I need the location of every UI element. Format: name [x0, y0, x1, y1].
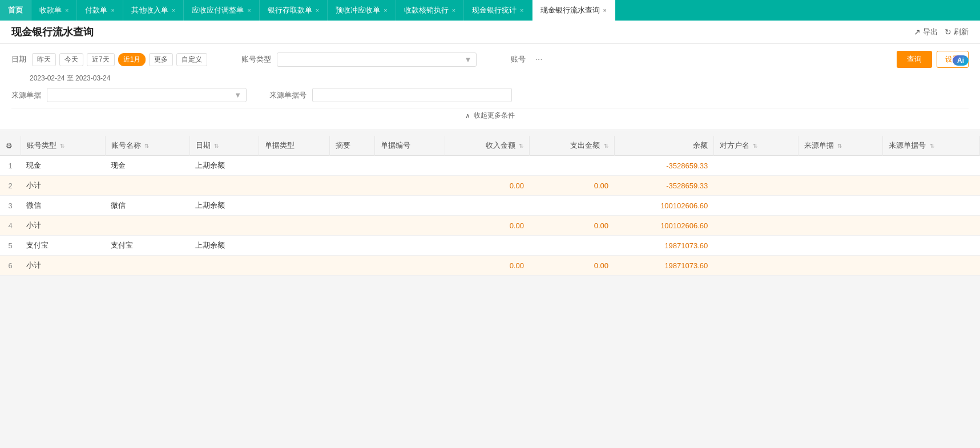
th-date[interactable]: 日期 ⇅ — [189, 136, 259, 156]
cell-doc-type — [259, 256, 329, 276]
nav-tab-6[interactable]: 预收冲应收单 × — [328, 0, 396, 21]
close-icon[interactable]: × — [316, 7, 319, 14]
nav-tab-label: 付款单 — [85, 5, 107, 15]
th-account-name[interactable]: 账号名称 ⇅ — [105, 136, 189, 156]
cell-expense: 0.00 — [530, 256, 614, 276]
nav-tab-7[interactable]: 收款核销执行 × — [396, 0, 464, 21]
nav-home-label: 首页 — [8, 5, 23, 15]
cell-income — [445, 196, 530, 216]
cell-expense — [530, 156, 614, 176]
cell-counterpart — [713, 196, 798, 216]
export-label: 导出 — [923, 27, 938, 37]
nav-tab-active[interactable]: 现金银行流水查询 × — [533, 0, 615, 21]
th-account-type[interactable]: 账号类型 ⇅ — [21, 136, 105, 156]
table-header-row: ⚙ 账号类型 ⇅ 账号名称 ⇅ 日期 ⇅ 单据类型 摘要 — [0, 136, 980, 156]
nav-tab-label: 收款单 — [39, 5, 62, 15]
cell-balance: 19871073.60 — [614, 236, 713, 256]
page-title: 现金银行流水查询 — [11, 25, 94, 39]
collapse-bar[interactable]: ∧ 收起更多条件 — [11, 108, 969, 123]
cell-source-doc-num — [882, 196, 979, 216]
close-icon[interactable]: × — [172, 7, 175, 14]
cell-doc-type — [259, 176, 329, 196]
col-label: 账号类型 — [27, 141, 57, 150]
close-icon[interactable]: × — [384, 7, 387, 14]
cell-source-doc — [798, 256, 882, 276]
cell-doc-num — [375, 256, 445, 276]
date-custom[interactable]: 自定义 — [176, 53, 207, 66]
filter-row-2: 来源单据 ▼ 来源单据号 — [11, 88, 969, 102]
data-table: ⚙ 账号类型 ⇅ 账号名称 ⇅ 日期 ⇅ 单据类型 摘要 — [0, 136, 980, 276]
date-label: 日期 — [11, 54, 26, 64]
nav-tab-5[interactable]: 银行存取款单 × — [260, 0, 328, 21]
date-1month[interactable]: 近1月 — [118, 53, 146, 66]
nav-home[interactable]: 首页 — [0, 0, 31, 21]
date-today[interactable]: 今天 — [59, 53, 83, 66]
close-icon[interactable]: × — [247, 7, 251, 14]
nav-tab-label: 预收冲应收单 — [336, 5, 380, 15]
cell-account-type: 微信 — [21, 196, 105, 216]
account-type-select[interactable]: ▼ — [277, 53, 477, 67]
sort-icon: ⇅ — [604, 143, 608, 149]
cell-doc-num — [375, 176, 445, 196]
th-settings[interactable]: ⚙ — [0, 136, 21, 156]
cell-doc-type — [259, 216, 329, 236]
cell-expense — [530, 196, 614, 216]
cell-income: 0.00 — [445, 176, 530, 196]
cell-balance: 19871073.60 — [614, 256, 713, 276]
collapse-label: 收起更多条件 — [474, 111, 515, 120]
th-source-doc[interactable]: 来源单据 ⇅ — [798, 136, 882, 156]
nav-tab-4[interactable]: 应收应付调整单 × — [184, 0, 259, 21]
nav-tab-8[interactable]: 现金银行统计 × — [464, 0, 532, 21]
sort-icon: ⇅ — [214, 143, 219, 149]
close-icon[interactable]: × — [65, 7, 68, 14]
table-row: 1现金现金上期余额-3528659.33 — [0, 156, 980, 176]
date-range-text: 2023-02-24 至 2023-03-24 — [30, 74, 110, 82]
source-doc-num-input[interactable] — [312, 88, 512, 102]
cell-date — [189, 176, 259, 196]
date-range-display: 2023-02-24 至 2023-03-24 — [30, 74, 969, 83]
th-expense[interactable]: 支出金额 ⇅ — [530, 136, 614, 156]
col-label: 摘要 — [336, 141, 350, 150]
cell-expense — [530, 236, 614, 256]
cell-account-type: 支付宝 — [21, 236, 105, 256]
th-counterpart[interactable]: 对方户名 ⇅ — [713, 136, 798, 156]
close-icon[interactable]: × — [520, 7, 523, 14]
nav-tab-1[interactable]: 收款单 × — [31, 0, 77, 21]
th-income[interactable]: 收入金额 ⇅ — [445, 136, 530, 156]
cell-source-doc-num — [882, 176, 979, 196]
nav-tab-label: 应收应付调整单 — [192, 5, 244, 15]
date-more[interactable]: 更多 — [149, 53, 173, 66]
ai-badge[interactable]: Ai — [953, 55, 969, 66]
nav-tab-3[interactable]: 其他收入单 × — [123, 0, 184, 21]
account-type-filter-group: 账号类型 ▼ — [241, 53, 477, 67]
row-number: 6 — [0, 256, 21, 276]
cell-counterpart — [713, 216, 798, 236]
date-options: 昨天 今天 近7天 近1月 更多 自定义 — [32, 53, 207, 66]
close-icon[interactable]: × — [452, 7, 455, 14]
row-number: 1 — [0, 156, 21, 176]
cell-date — [189, 256, 259, 276]
col-label: 对方户名 — [720, 141, 749, 150]
nav-tab-label: 收款核销执行 — [404, 5, 449, 15]
refresh-button[interactable]: ↻ 刷新 — [945, 27, 969, 37]
account-more-icon[interactable]: ··· — [531, 54, 546, 64]
cell-source-doc-num — [882, 216, 979, 236]
close-icon[interactable]: × — [111, 7, 114, 14]
nav-tab-2[interactable]: 付款单 × — [77, 0, 123, 21]
close-icon[interactable]: × — [603, 7, 607, 14]
date-7days[interactable]: 近7天 — [87, 53, 115, 66]
filter-row-1: 日期 昨天 今天 近7天 近1月 更多 自定义 账号类型 ▼ 账号 ··· — [11, 51, 969, 68]
cell-source-doc — [798, 216, 882, 236]
account-filter-group: 账号 ··· — [511, 54, 546, 64]
th-source-doc-num[interactable]: 来源单据号 ⇅ — [882, 136, 979, 156]
export-button[interactable]: ↗ 导出 — [914, 27, 938, 37]
cell-doc-num — [375, 156, 445, 176]
cell-account-name: 微信 — [105, 196, 189, 216]
date-yesterday[interactable]: 昨天 — [32, 53, 56, 66]
row-number: 4 — [0, 216, 21, 236]
sort-icon: ⇅ — [144, 143, 149, 149]
table-row: 6小计0.000.0019871073.60 — [0, 256, 980, 276]
row-number: 3 — [0, 196, 21, 216]
source-doc-select[interactable]: ▼ — [47, 88, 247, 102]
query-button[interactable]: 查询 — [897, 51, 932, 68]
